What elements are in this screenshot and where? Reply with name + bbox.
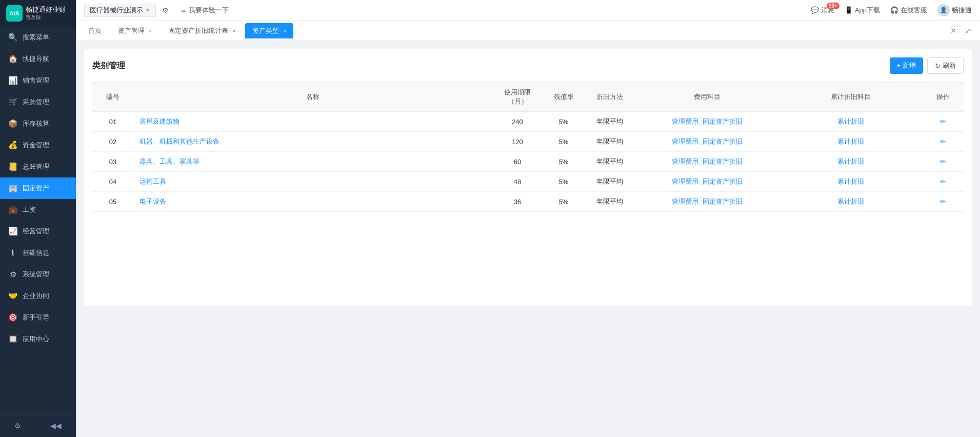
- cell-expense-4: 管理费用_固定资产折旧: [635, 192, 779, 212]
- th-使用期限（月）: 使用期限（月）: [492, 83, 543, 112]
- edit-icon-1[interactable]: ✏: [940, 137, 946, 146]
- sidebar-item-应用中心[interactable]: 🔲应用中心: [0, 328, 76, 350]
- edit-icon-3[interactable]: ✏: [940, 177, 946, 186]
- th-费用科目: 费用科目: [635, 83, 779, 112]
- sidebar-item-资金管理[interactable]: 💰资金管理: [0, 134, 76, 156]
- sidebar-icon-8: 💼: [8, 205, 17, 214]
- sidebar-label-11: 系统管理: [23, 270, 49, 279]
- sidebar-item-总账管理[interactable]: 📒总账管理: [0, 156, 76, 177]
- sidebar-item-经营管理[interactable]: 📈经营管理: [0, 221, 76, 242]
- sidebar-icon-0: 🔍: [8, 33, 17, 42]
- sidebar-item-企业协同[interactable]: 🤝企业协同: [0, 285, 76, 307]
- tab-close-1[interactable]: ×: [149, 28, 152, 34]
- refresh-icon: ↻: [935, 62, 941, 70]
- cell-period-3: 48: [492, 172, 543, 192]
- cell-period-1: 120: [492, 132, 543, 152]
- cell-method-1: 年限平均: [584, 132, 635, 152]
- avatar: 👤: [937, 4, 950, 16]
- sidebar-item-基础信息[interactable]: ℹ基础信息: [0, 242, 76, 264]
- sidebar-item-系统管理[interactable]: ⚙系统管理: [0, 264, 76, 285]
- edit-icon-0[interactable]: ✏: [940, 117, 946, 126]
- cell-method-4: 年限平均: [584, 192, 635, 212]
- sidebar-label-2: 销售管理: [23, 76, 49, 85]
- customer-service-btn[interactable]: 🎧 在线客服: [890, 6, 927, 15]
- logo-text: AtA: [9, 10, 19, 16]
- sidebar-label-14: 应用中心: [23, 334, 49, 344]
- tabs-bar: 首页资产管理×固定资产折旧统计表×资产类型× ✕ ⤢: [76, 21, 980, 41]
- table-header: 编号名称使用期限（月）残值率折旧方法费用科目累计折旧科目操作: [92, 83, 964, 112]
- tab-资产类型[interactable]: 资产类型×: [245, 23, 293, 38]
- cell-residual-2: 5%: [543, 152, 584, 172]
- edit-icon-4[interactable]: ✏: [940, 197, 946, 206]
- tab-close-3[interactable]: ×: [283, 28, 286, 34]
- cell-period-2: 60: [492, 152, 543, 172]
- sidebar-icon-5: 💰: [8, 141, 17, 150]
- cell-accum-0: 累计折旧: [779, 112, 923, 132]
- sidebar-label-13: 新手引导: [23, 313, 49, 322]
- sidebar-icon-3: 🛒: [8, 97, 17, 107]
- content-area: 类别管理 + 新增 ↻ 刷新 编号名称使用期限（月）残值率折旧方法费用科目累计折…: [76, 41, 980, 437]
- user-name: 畅捷通: [952, 6, 972, 15]
- sidebar-icon-6: 📒: [8, 162, 17, 171]
- messages-badge: 99+: [827, 3, 839, 9]
- tab-资产管理[interactable]: 资产管理×: [111, 23, 159, 38]
- sidebar-item-搜索菜单[interactable]: 🔍搜索菜单: [0, 27, 76, 48]
- company-selector[interactable]: 医疗器械行业演示 ▼: [84, 4, 156, 17]
- sidebar-label-7: 固定资产: [23, 184, 49, 193]
- sidebar-item-快捷导航[interactable]: 🏠快捷导航: [0, 48, 76, 70]
- sidebar-icon-10: ℹ: [8, 248, 17, 257]
- page-title-row: 类别管理 + 新增 ↻ 刷新: [92, 57, 964, 74]
- cell-residual-4: 5%: [543, 192, 584, 212]
- sidebar-icon-9: 📈: [8, 227, 17, 236]
- user-profile-btn[interactable]: 👤 畅捷通: [937, 4, 972, 16]
- sidebar-item-新手引导[interactable]: 🎯新手引导: [0, 307, 76, 328]
- cell-id-2: 03: [92, 152, 133, 172]
- cell-action-3[interactable]: ✏: [923, 172, 964, 192]
- cell-id-3: 04: [92, 172, 133, 192]
- messages-btn[interactable]: 💬 消息 99+: [811, 6, 834, 15]
- main-area: 医疗器械行业演示 ▼ ⚙ ☁ 我要体验一下 💬 消息 99+ 📱 App下载 🎧…: [76, 0, 980, 437]
- collapse-icon[interactable]: ◀◀: [46, 420, 66, 432]
- table-row: 01房屋及建筑物2405%年限平均管理费用_固定资产折旧累计折旧✏: [92, 112, 964, 132]
- sidebar-icon-12: 🤝: [8, 291, 17, 301]
- cell-action-4[interactable]: ✏: [923, 192, 964, 212]
- sidebar-item-工资[interactable]: 💼工资: [0, 199, 76, 221]
- tab-固定资产折旧统计表[interactable]: 固定资产折旧统计表×: [161, 23, 243, 38]
- chevron-down-icon: ▼: [145, 7, 150, 13]
- tab-close-2[interactable]: ×: [232, 28, 235, 34]
- experience-btn[interactable]: ☁ 我要体验一下: [175, 4, 234, 17]
- sidebar-label-0: 搜索菜单: [23, 33, 49, 42]
- sidebar-item-固定资产[interactable]: 🏢固定资产: [0, 177, 76, 199]
- tabs-container: 首页资产管理×固定资产折旧统计表×资产类型×: [81, 23, 293, 38]
- maximize-icon[interactable]: ⤢: [962, 24, 975, 37]
- sidebar-item-采购管理[interactable]: 🛒采购管理: [0, 91, 76, 113]
- cell-residual-3: 5%: [543, 172, 584, 192]
- tab-label-3: 资产类型: [252, 26, 279, 35]
- sidebar-bottom: ⚙ ◀◀: [0, 414, 76, 437]
- settings-icon[interactable]: ⚙: [10, 420, 25, 432]
- cell-action-1[interactable]: ✏: [923, 132, 964, 152]
- table-row: 03器具、工具、家具等605%年限平均管理费用_固定资产折旧累计折旧✏: [92, 152, 964, 172]
- sidebar-item-库存核算[interactable]: 📦库存核算: [0, 113, 76, 134]
- settings-gear-icon[interactable]: ⚙: [160, 4, 171, 16]
- new-button[interactable]: + 新增: [890, 57, 923, 74]
- cell-name-0: 房屋及建筑物: [133, 112, 492, 132]
- sidebar-nav: 🔍搜索菜单🏠快捷导航📊销售管理🛒采购管理📦库存核算💰资金管理📒总账管理🏢固定资产…: [0, 27, 76, 414]
- cell-name-2: 器具、工具、家具等: [133, 152, 492, 172]
- close-tab-icon[interactable]: ✕: [947, 24, 960, 37]
- phone-icon: 📱: [845, 6, 853, 14]
- asset-type-table: 编号名称使用期限（月）残值率折旧方法费用科目累计折旧科目操作 01房屋及建筑物2…: [92, 82, 964, 212]
- cell-action-0[interactable]: ✏: [923, 112, 964, 132]
- message-icon: 💬: [811, 6, 819, 14]
- cell-expense-1: 管理费用_固定资产折旧: [635, 132, 779, 152]
- topbar-right: 💬 消息 99+ 📱 App下载 🎧 在线客服 👤 畅捷通: [811, 4, 972, 16]
- cell-accum-4: 累计折旧: [779, 192, 923, 212]
- sidebar-icon-2: 📊: [8, 76, 17, 85]
- tab-首页[interactable]: 首页: [81, 23, 109, 38]
- app-download-btn[interactable]: 📱 App下载: [845, 6, 880, 15]
- cell-action-2[interactable]: ✏: [923, 152, 964, 172]
- edit-icon-2[interactable]: ✏: [940, 157, 946, 166]
- sidebar-item-销售管理[interactable]: 📊销售管理: [0, 70, 76, 91]
- tab-label-1: 资产管理: [118, 26, 145, 35]
- refresh-button[interactable]: ↻ 刷新: [927, 57, 964, 74]
